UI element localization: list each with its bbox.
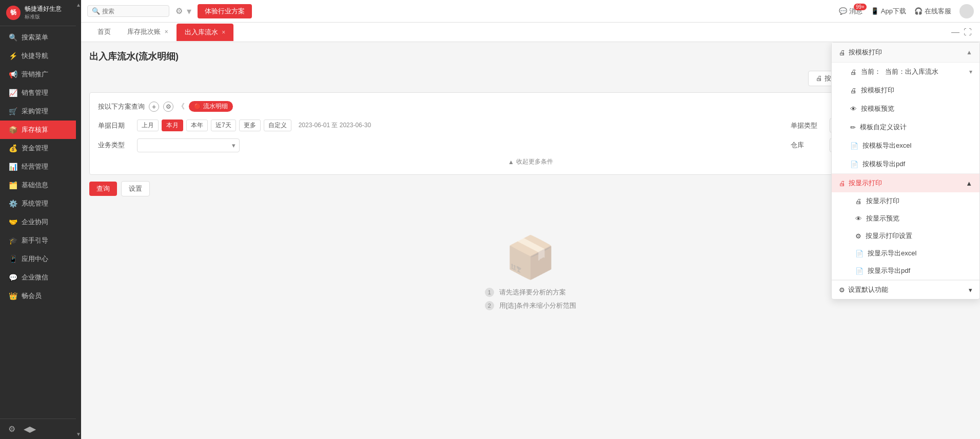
- tab-minimize-icon[interactable]: —: [951, 28, 959, 37]
- display-section-header[interactable]: 🖨 按显示打印 ▲: [832, 174, 979, 192]
- headset-icon: 🎧: [914, 7, 923, 15]
- sidebar-item-marketing[interactable]: 📢 营销推广: [0, 65, 76, 84]
- display-section-arrow[interactable]: ▲: [966, 179, 972, 187]
- date-custom[interactable]: 自定义: [264, 119, 291, 131]
- promo-button[interactable]: 体验行业方案: [198, 4, 252, 18]
- sidebar-item-label: 搜索菜单: [22, 33, 48, 42]
- customer-service-label: 在线客服: [925, 7, 951, 16]
- sidebar-item-app-center[interactable]: 📱 应用中心: [0, 250, 76, 268]
- sidebar-item-search[interactable]: 🔍 搜索菜单: [0, 28, 76, 47]
- sidebar-item-wechat[interactable]: 💬 企业微信: [0, 268, 76, 287]
- sidebar-item-label: 企业微信: [22, 273, 48, 282]
- display-print-settings-item[interactable]: ⚙ 按显示打印设置: [832, 227, 979, 245]
- dropdown-current-item[interactable]: 🖨 当前： 当前：出入库流水 ▾: [832, 63, 979, 81]
- operations-icon: 📊: [8, 163, 17, 171]
- avatar[interactable]: [959, 4, 974, 18]
- enterprise-icon: 🤝: [8, 218, 17, 226]
- inventory-icon: 📦: [8, 126, 17, 134]
- app-subtitle: 标准版: [25, 13, 62, 21]
- tab-bar-controls: — ⛶: [951, 28, 972, 37]
- display-export-pdf-item[interactable]: 📄 按显示导出pdf: [832, 262, 979, 280]
- date-current-year[interactable]: 本年: [186, 119, 208, 131]
- message-button[interactable]: 💬 消息 99+: [839, 7, 863, 16]
- scroll-down-arrow[interactable]: ▼: [76, 431, 81, 437]
- purchase-icon: 🛒: [8, 107, 17, 115]
- system-icon: ⚙️: [8, 199, 17, 208]
- print-dropdown-panel: 🖨 按模板打印 ▲ 🖨 当前： 当前：出入库流水 ▾ 🖨 按模板打印 👁: [831, 42, 980, 300]
- current-value: 当前：出入库流水: [885, 67, 938, 76]
- tab-expand-icon[interactable]: ⛶: [964, 28, 972, 37]
- dropdown-footer[interactable]: ⚙ 设置默认功能 ▾: [832, 280, 979, 299]
- settings-gear-icon[interactable]: ⚙: [175, 6, 183, 16]
- template-preview-item[interactable]: 👁 按模板预览: [832, 99, 979, 118]
- display-preview-item[interactable]: 👁 按显示预览: [832, 210, 979, 227]
- sidebar-item-label: 基础信息: [22, 181, 48, 190]
- date-last-month[interactable]: 上月: [137, 119, 159, 131]
- scroll-up-arrow[interactable]: ▲: [76, 2, 81, 8]
- template-export-excel-item[interactable]: 📄 按模板导出excel: [832, 136, 979, 155]
- display-print-icon: 🖨: [855, 197, 862, 205]
- settings-button[interactable]: 设置: [121, 181, 150, 196]
- sidebar-item-finance[interactable]: 💰 资金管理: [0, 139, 76, 157]
- sidebar-item-system[interactable]: ⚙️ 系统管理: [0, 194, 76, 213]
- customer-service-button[interactable]: 🎧 在线客服: [914, 7, 951, 16]
- collapse-sidebar-icon[interactable]: ◀▶: [24, 424, 36, 434]
- template-custom-item[interactable]: ✏ 模板自定义设计: [832, 118, 979, 136]
- filter-collapse-icon[interactable]: 《: [178, 102, 185, 111]
- doc-type-label: 单据类型: [791, 121, 821, 130]
- collapse-label: 收起更多条件: [516, 157, 553, 166]
- footer-arrow: ▾: [969, 286, 972, 294]
- empty-hint-2: 2 用[选]条件来缩小分析范围: [485, 301, 576, 310]
- settings-default-icon: ⚙: [839, 286, 845, 294]
- tab-home[interactable]: 首页: [89, 23, 119, 42]
- filter-add-button[interactable]: +: [149, 102, 159, 112]
- sidebar-item-vip[interactable]: 👑 畅会员: [0, 287, 76, 305]
- query-button[interactable]: 查询: [89, 182, 117, 196]
- dropdown-header: 🖨 按模板打印 ▲: [832, 43, 979, 63]
- sidebar-item-sales[interactable]: 📈 销售管理: [0, 84, 76, 102]
- tab-inout-flow[interactable]: 出入库流水 ×: [177, 24, 234, 41]
- search-bar[interactable]: 🔍: [87, 5, 169, 17]
- display-export-excel-item[interactable]: 📄 按显示导出excel: [832, 245, 979, 262]
- app-title: 畅捷通好生意: [25, 5, 62, 13]
- biz-type-label: 业务类型: [98, 141, 129, 150]
- sidebar-item-label: 库存核算: [22, 125, 48, 134]
- dropdown-collapse-icon[interactable]: ▲: [966, 49, 972, 56]
- sidebar-nav: 🔍 搜索菜单 ⚡ 快捷导航 📢 营销推广 📈 销售管理 🛒 采购管理 📦 库存核…: [0, 26, 76, 418]
- tab-close-inventory-batch[interactable]: ×: [165, 28, 168, 35]
- page-content: 出入库流水(流水明细) 🖨 按模板打印 ▲ ··· 📤 导出 🔄 刷新: [81, 42, 980, 439]
- wechat-icon: 💬: [8, 273, 17, 282]
- sidebar-item-inventory[interactable]: 📦 库存核算: [0, 121, 76, 139]
- base-icon: 🗂️: [8, 181, 17, 189]
- date-more[interactable]: 更多: [239, 119, 261, 131]
- sidebar-item-quick-nav[interactable]: ⚡ 快捷导航: [0, 47, 76, 65]
- date-last-7[interactable]: 近7天: [211, 119, 236, 131]
- display-print-item[interactable]: 🖨 按显示打印: [832, 192, 979, 210]
- sidebar-item-guide[interactable]: 🎓 新手引导: [0, 231, 76, 250]
- biz-type-select[interactable]: [137, 138, 240, 152]
- template-section: 🖨 按模板打印 👁 按模板预览 ✏ 模板自定义设计 📄 按模板导出excel 📄: [832, 81, 979, 174]
- sidebar-item-enterprise[interactable]: 🤝 企业协同: [0, 213, 76, 231]
- print-icon: 🖨: [816, 74, 822, 82]
- sidebar-item-base[interactable]: 🗂️ 基础信息: [0, 176, 76, 194]
- template-export-pdf-item[interactable]: 📄 按模板导出pdf: [832, 155, 979, 173]
- app-download-button[interactable]: 📱 App下载: [871, 7, 906, 16]
- display-section: 🖨 按显示打印 ▲ 🖨 按显示打印 👁 按显示预览 ⚙ 按显示打印设置: [832, 174, 979, 280]
- empty-illustration: 📦: [505, 233, 556, 282]
- search-input[interactable]: [102, 8, 164, 15]
- sidebar-item-operations[interactable]: 📊 经营管理: [0, 157, 76, 176]
- settings-footer-icon[interactable]: ⚙: [8, 424, 15, 434]
- biz-type-select-wrapper: [137, 138, 240, 152]
- tab-close-inout-flow[interactable]: ×: [222, 29, 225, 36]
- sidebar-item-purchase[interactable]: 🛒 采购管理: [0, 102, 76, 121]
- sales-icon: 📈: [8, 89, 17, 97]
- dropdown-arrow-icon[interactable]: ▾: [187, 6, 191, 17]
- tab-inventory-batch[interactable]: 库存批次账 ×: [119, 23, 177, 42]
- sidebar-item-label: 企业协同: [22, 217, 48, 227]
- template-print-item[interactable]: 🖨 按模板打印: [832, 81, 979, 99]
- main-area: 🔍 ⚙ ▾ 体验行业方案 💬 消息 99+ 📱 App下载 🎧 在线客服 首页: [81, 0, 980, 439]
- current-arrow-icon[interactable]: ▾: [969, 68, 972, 75]
- filter-settings-button[interactable]: ⚙: [163, 102, 173, 112]
- date-current-month[interactable]: 本月: [162, 119, 183, 131]
- template-preview-icon: 👁: [850, 105, 857, 113]
